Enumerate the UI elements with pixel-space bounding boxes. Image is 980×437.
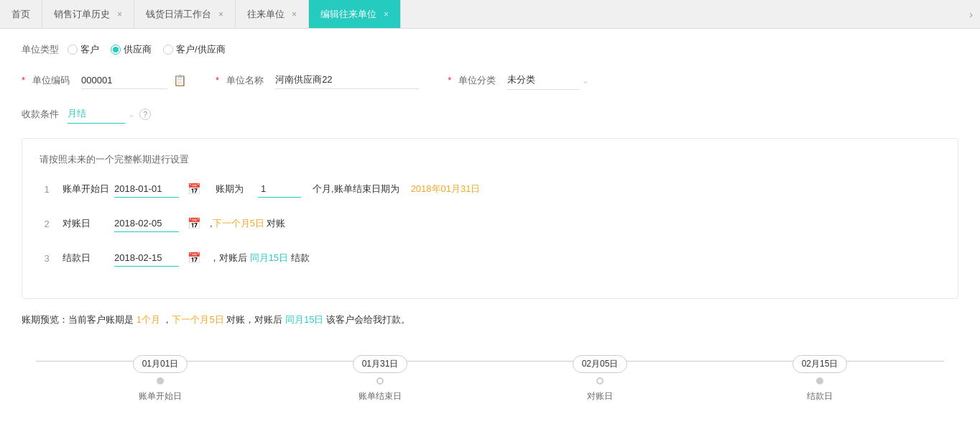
payment-chevron-icon: ⌄ — [128, 109, 135, 119]
timeline-label-2: 账单结束日 — [359, 390, 402, 402]
timeline-dot-4 — [816, 377, 823, 385]
period-unit: 个月,账单结束日期为 — [313, 183, 399, 196]
reconcile-hint: ,下一个月5日 对账 — [210, 217, 285, 230]
timeline-date-3: 02月05日 — [573, 355, 628, 373]
row-label-3: 结款日 — [63, 252, 106, 264]
timeline-point-4: 02月15日 结款日 — [710, 355, 930, 402]
tab-home[interactable]: 首页 — [0, 0, 42, 28]
timeline-dot-2 — [376, 377, 384, 385]
tab-close-edit-counterparty[interactable]: × — [384, 9, 389, 19]
timeline-label-4: 结款日 — [807, 390, 833, 402]
preview-after: 该客户会给我打款。 — [326, 314, 410, 325]
name-required: * — [216, 75, 219, 86]
row-label-1: 账单开始日 — [63, 183, 106, 196]
preview-period: 1个月 — [137, 314, 160, 325]
payment-row: 收款条件 月结 ⌄ ? — [22, 104, 958, 124]
tab-more-arrow[interactable]: › — [962, 0, 980, 28]
page-content: 单位类型 客户 供应商 客户/供应商 * 单位编码 📋 * 单位名称 — [0, 29, 980, 437]
tab-cash-work[interactable]: 钱货日清工作台 × — [134, 0, 236, 28]
settings-box: 请按照未来的一个完整帐期进行设置 1 账单开始日 📅 账期为 个月,账单结束日期… — [22, 138, 958, 299]
code-field-group: * 单位编码 📋 — [22, 72, 187, 89]
reconcile-date-calendar-icon[interactable]: 📅 — [188, 217, 201, 230]
payment-date-calendar-icon[interactable]: 📅 — [188, 252, 201, 264]
unit-type-label: 单位类型 — [22, 43, 59, 56]
timeline-date-4: 02月15日 — [792, 355, 848, 373]
setting-row-1: 1 账单开始日 📅 账期为 个月,账单结束日期为 2018年01月31日 — [40, 180, 940, 198]
timeline-point-2: 01月31日 账单结束日 — [270, 355, 490, 402]
settings-title: 请按照未来的一个完整帐期进行设置 — [40, 153, 940, 166]
row-number-2: 2 — [40, 218, 54, 229]
name-input[interactable] — [275, 72, 419, 89]
radio-label-both: 客户/供应商 — [176, 43, 226, 56]
preview-before: 账期预览：当前客户账期是 — [22, 314, 134, 325]
tab-close-cash-work[interactable]: × — [218, 9, 223, 19]
payment-hint: ，对账后 同月15日 结款 — [210, 252, 310, 264]
radio-circle-both — [163, 45, 173, 55]
payment-value: 月结 — [68, 104, 125, 124]
name-field-group: * 单位名称 — [216, 72, 419, 89]
row-number-3: 3 — [40, 253, 54, 264]
code-label: 单位编码 — [32, 74, 70, 87]
category-value: 未分类 — [507, 70, 579, 90]
payment-help-icon[interactable]: ? — [139, 109, 151, 120]
radio-both[interactable]: 客户/供应商 — [163, 43, 226, 56]
timeline-label-3: 对账日 — [587, 390, 613, 402]
timeline-wrapper: 01月01日 账单开始日 01月31日 账单结束日 02月05日 对账日 02月… — [22, 348, 958, 402]
timeline-date-2: 01月31日 — [353, 355, 408, 373]
start-date-calendar-icon[interactable]: 📅 — [188, 183, 201, 196]
code-name-category-row: * 单位编码 📋 * 单位名称 * 单位分类 未分类 ⌄ — [22, 70, 958, 90]
category-required: * — [448, 75, 451, 86]
tab-close-sales-history[interactable]: × — [117, 9, 122, 19]
radio-circle-customer — [68, 45, 78, 55]
code-input[interactable] — [81, 72, 167, 89]
period-input[interactable] — [258, 180, 301, 198]
tab-sales-history[interactable]: 销售订单历史 × — [42, 0, 134, 28]
timeline-label-1: 账单开始日 — [139, 390, 182, 402]
end-date-display: 2018年01月31日 — [411, 183, 481, 196]
unit-type-row: 单位类型 客户 供应商 客户/供应商 — [22, 43, 958, 56]
tab-counterparty[interactable]: 往来单位 × — [236, 0, 309, 28]
preview-text: 账期预览：当前客户账期是 1个月 ，下一个月5日 对账，对账后 同月15日 该客… — [22, 313, 958, 326]
row-label-2: 对账日 — [63, 217, 106, 230]
category-select[interactable]: 未分类 ⌄ — [507, 70, 589, 90]
preview-middle: ，下一个月5日 对账，对账后 同月15日 — [162, 314, 323, 325]
category-field-group: * 单位分类 未分类 ⌄ — [448, 70, 589, 90]
timeline-point-3: 02月05日 对账日 — [490, 355, 710, 402]
name-label: 单位名称 — [226, 74, 264, 87]
radio-customer[interactable]: 客户 — [68, 43, 99, 56]
tab-edit-counterparty[interactable]: 编辑往来单位 × — [309, 0, 401, 28]
period-label: 账期为 — [216, 183, 244, 196]
payment-select[interactable]: 月结 ⌄ — [68, 104, 135, 124]
code-copy-icon[interactable]: 📋 — [173, 74, 187, 87]
timeline-dot-1 — [157, 377, 164, 385]
category-label: 单位分类 — [458, 74, 496, 87]
setting-row-2: 2 对账日 📅 ,下一个月5日 对账 — [40, 215, 940, 232]
payment-label: 收款条件 — [22, 108, 59, 121]
code-required: * — [22, 75, 25, 86]
reconcile-date-input[interactable] — [114, 215, 179, 232]
row-number-1: 1 — [40, 184, 54, 195]
radio-label-customer: 客户 — [80, 43, 99, 56]
start-date-input[interactable] — [114, 180, 179, 198]
tab-close-counterparty[interactable]: × — [292, 9, 297, 19]
timeline-container: 01月01日 账单开始日 01月31日 账单结束日 02月05日 对账日 02月… — [36, 348, 944, 402]
unit-type-radio-group: 客户 供应商 客户/供应商 — [68, 43, 226, 56]
radio-circle-supplier — [111, 45, 121, 55]
setting-row-3: 3 结款日 📅 ，对账后 同月15日 结款 — [40, 249, 940, 267]
category-chevron-icon: ⌄ — [582, 75, 589, 86]
tabs-bar: 首页 销售订单历史 × 钱货日清工作台 × 往来单位 × 编辑往来单位 × › — [0, 0, 980, 29]
radio-label-supplier: 供应商 — [124, 43, 152, 56]
timeline-date-1: 01月01日 — [133, 355, 188, 373]
timeline-point-1: 01月01日 账单开始日 — [50, 355, 270, 402]
timeline-dot-3 — [596, 377, 604, 385]
radio-supplier[interactable]: 供应商 — [111, 43, 152, 56]
payment-date-input[interactable] — [114, 249, 179, 267]
